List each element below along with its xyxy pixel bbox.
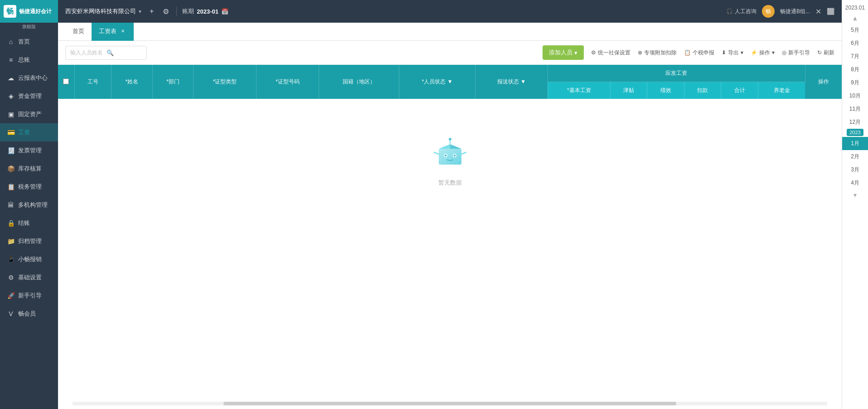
month-2022-5[interactable]: 5月 bbox=[842, 24, 868, 37]
sidebar-item-ledger-label: 总账 bbox=[18, 56, 30, 64]
month-2022-11[interactable]: 11月 bbox=[842, 102, 868, 116]
ledger-icon: ≡ bbox=[7, 56, 15, 63]
right-panel: 2023.01 ▲ 5月 6月 7月 8月 9月 10月 11月 12月 202… bbox=[842, 0, 868, 409]
month-2022-6[interactable]: 6月 bbox=[842, 37, 868, 50]
sidebar-item-stock[interactable]: 📦 库存核算 bbox=[0, 160, 58, 178]
multi-icon: 🏛 bbox=[7, 201, 15, 209]
company-selector[interactable]: 西安虾米网络科技有限公司 ▼ bbox=[65, 7, 142, 15]
sidebar-item-home[interactable]: ⌂ 首页 bbox=[0, 33, 58, 51]
user-avatar[interactable]: 畅 bbox=[762, 5, 775, 18]
sidebar-item-mini-expense-label: 小畅报销 bbox=[18, 255, 42, 263]
guide-button[interactable]: ◎ 新手引导 bbox=[782, 49, 810, 57]
sidebar-item-salary-label: 工资 bbox=[18, 128, 30, 136]
add-person-chevron-icon: ▾ bbox=[574, 49, 577, 56]
month-2023-2[interactable]: 2月 bbox=[842, 150, 868, 163]
col-deduction: 扣款 bbox=[684, 82, 721, 99]
col-total: 合计 bbox=[721, 82, 758, 99]
sidebar-item-fund[interactable]: ◈ 资金管理 bbox=[0, 87, 58, 105]
svg-rect-0 bbox=[439, 149, 461, 165]
tab-salary-close-icon[interactable]: ✕ bbox=[119, 28, 126, 35]
sidebar-item-cloud[interactable]: ☁ 云报表中心 bbox=[0, 69, 58, 87]
sidebar-item-close-account[interactable]: 🔒 结账 bbox=[0, 214, 58, 232]
sidebar-item-cloud-label: 云报表中心 bbox=[18, 74, 48, 82]
home-icon: ⌂ bbox=[7, 38, 15, 45]
col-group-salary: 应发工资 bbox=[548, 65, 805, 82]
col-name: *姓名 bbox=[111, 65, 152, 99]
close-window-button[interactable]: ✕ bbox=[815, 7, 821, 16]
sidebar-item-salary[interactable]: 💳 工资 bbox=[0, 123, 58, 141]
content-area: 输入人员姓名 🔍 添加人员 ▾ ⚙ 统一社保设置 ⊕ 专项附加扣除 📋 bbox=[58, 41, 842, 409]
personal-tax-button[interactable]: 📋 个税申报 bbox=[684, 49, 714, 57]
sidebar-item-member[interactable]: V 畅会员 bbox=[0, 305, 58, 323]
calendar-icon[interactable]: 📅 bbox=[221, 8, 228, 15]
fund-icon: ◈ bbox=[7, 93, 15, 100]
sidebar-item-invoice[interactable]: 🧾 发票管理 bbox=[0, 141, 58, 160]
export-chevron-icon: ▾ bbox=[741, 49, 743, 56]
settings-icon: ⚙ bbox=[7, 274, 15, 281]
svg-point-8 bbox=[449, 138, 451, 141]
horizontal-scrollbar[interactable] bbox=[58, 399, 842, 409]
sidebar-item-settings-label: 基础设置 bbox=[18, 273, 42, 282]
period-label: 账期 bbox=[182, 7, 194, 15]
sidebar-item-archive[interactable]: 📁 归档管理 bbox=[0, 232, 58, 250]
refresh-button[interactable]: ↻ 刷新 bbox=[817, 49, 834, 57]
sidebar-item-archive-label: 归档管理 bbox=[18, 237, 42, 245]
topbar-right: 🎧 人工咨询 畅 畅捷通B组... ✕ ⬜ bbox=[726, 5, 834, 18]
guide-toolbar-icon: ◎ bbox=[782, 49, 786, 56]
app-name: 畅捷通好会计 bbox=[19, 8, 52, 15]
company-settings-icon[interactable]: ⚙ bbox=[161, 5, 171, 18]
month-2023-4[interactable]: 4月 bbox=[842, 176, 868, 190]
operate-button[interactable]: ⚡ 操作 ▾ bbox=[751, 49, 775, 57]
sidebar: 畅 畅捷通好会计 旗舰版 ⌂ 首页 ≡ 总账 ☁ 云报表中心 ◈ 资金管理 ▣ … bbox=[0, 0, 58, 409]
salary-table-wrap: 工号 *姓名 *部门 *证型类型 *证型号码 国籍（地区） *人员状态 ▼ 报送… bbox=[58, 65, 842, 399]
tab-salary[interactable]: 工资表 ✕ bbox=[92, 23, 134, 41]
sidebar-item-home-label: 首页 bbox=[18, 38, 30, 46]
month-2022-12[interactable]: 12月 bbox=[842, 116, 868, 129]
col-nationality: 国籍（地区） bbox=[319, 65, 399, 99]
add-company-button[interactable]: + bbox=[148, 5, 155, 17]
sidebar-item-tax[interactable]: 📋 税务管理 bbox=[0, 178, 58, 196]
company-chevron-icon: ▼ bbox=[138, 9, 142, 14]
export-button[interactable]: ⬇ 导出 ▾ bbox=[722, 49, 743, 57]
panel-nav-up[interactable]: ▲ bbox=[850, 13, 860, 24]
app-logo: 畅 畅捷通好会计 bbox=[0, 0, 58, 23]
user-name[interactable]: 畅捷通B组... bbox=[780, 8, 810, 15]
tab-home[interactable]: 首页 bbox=[65, 23, 92, 41]
tax-icon: 📋 bbox=[7, 183, 15, 190]
panel-nav-down[interactable]: ▾ bbox=[852, 190, 858, 200]
col-cert-type: *证型类型 bbox=[194, 65, 256, 99]
search-icon: 🔍 bbox=[107, 49, 114, 56]
col-number: 工号 bbox=[74, 65, 111, 99]
month-2022-9[interactable]: 9月 bbox=[842, 76, 868, 89]
stock-icon: 📦 bbox=[7, 165, 15, 172]
select-all-checkbox[interactable] bbox=[63, 78, 69, 84]
support-button[interactable]: 🎧 人工咨询 bbox=[726, 8, 756, 15]
special-deduction-button[interactable]: ⊕ 专项附加扣除 bbox=[638, 49, 677, 57]
social-security-button[interactable]: ⚙ 统一社保设置 bbox=[591, 49, 630, 57]
sidebar-item-settings[interactable]: ⚙ 基础设置 bbox=[0, 268, 58, 287]
add-person-button[interactable]: 添加人员 ▾ bbox=[543, 45, 584, 60]
month-2022-7[interactable]: 7月 bbox=[842, 50, 868, 63]
sidebar-item-mini-expense[interactable]: 📱 小畅报销 bbox=[0, 250, 58, 268]
archive-icon: 📁 bbox=[7, 238, 15, 245]
svg-marker-1 bbox=[439, 144, 450, 149]
refresh-icon: ↻ bbox=[817, 49, 822, 56]
headset-icon: 🎧 bbox=[726, 8, 733, 15]
maximize-window-button[interactable]: ⬜ bbox=[827, 8, 834, 15]
add-person-label: 添加人员 bbox=[549, 49, 572, 57]
sidebar-item-multi[interactable]: 🏛 多机构管理 bbox=[0, 196, 58, 214]
mini-expense-icon: 📱 bbox=[7, 256, 15, 263]
col-performance: 绩效 bbox=[647, 82, 684, 99]
month-2022-8[interactable]: 8月 bbox=[842, 63, 868, 76]
table-checkbox-col[interactable] bbox=[58, 65, 74, 99]
search-input[interactable]: 输入人员姓名 🔍 bbox=[65, 46, 147, 60]
company-name: 西安虾米网络科技有限公司 bbox=[65, 7, 136, 15]
sidebar-item-guide[interactable]: 🚀 新手引导 bbox=[0, 287, 58, 305]
col-base-salary: *基本工资 bbox=[548, 82, 610, 99]
sidebar-nav: ⌂ 首页 ≡ 总账 ☁ 云报表中心 ◈ 资金管理 ▣ 固定资产 💳 工资 🧾 发… bbox=[0, 33, 58, 409]
month-2023-3[interactable]: 3月 bbox=[842, 163, 868, 176]
month-2023-1[interactable]: 1月 bbox=[842, 137, 868, 150]
month-2022-10[interactable]: 10月 bbox=[842, 89, 868, 102]
sidebar-item-ledger[interactable]: ≡ 总账 bbox=[0, 51, 58, 69]
sidebar-item-asset[interactable]: ▣ 固定资产 bbox=[0, 105, 58, 123]
